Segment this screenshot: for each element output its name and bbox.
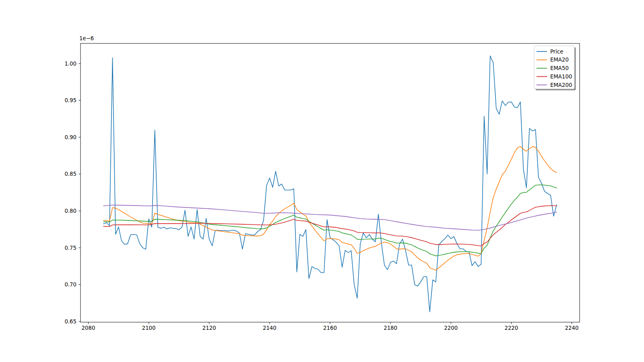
x-tick-label: 2100 <box>142 325 156 331</box>
y-axis-offset-label: 1e−6 <box>79 35 94 41</box>
x-tick-label: 2140 <box>263 325 277 331</box>
series-lines <box>103 56 557 312</box>
legend-label-ema200: EMA200 <box>550 82 572 88</box>
ema20-line <box>103 146 557 270</box>
matplotlib-figure: 208021002120214021602180220022202240 0.6… <box>0 0 644 362</box>
y-tick-label: 0.90 <box>64 134 76 140</box>
x-tick-label: 2180 <box>384 325 397 331</box>
y-tick-label: 1.00 <box>64 61 76 67</box>
y-tick-label: 0.75 <box>64 245 76 251</box>
x-tick-label: 2240 <box>565 325 579 331</box>
legend-label-ema100: EMA100 <box>550 74 572 80</box>
legend-label-ema20: EMA20 <box>550 57 569 63</box>
y-tick-label: 0.65 <box>64 319 76 325</box>
x-tick-label: 2160 <box>323 325 337 331</box>
x-tick-label: 2120 <box>202 325 216 331</box>
legend-label-ema50: EMA50 <box>550 65 569 71</box>
axes <box>80 43 580 322</box>
price-ema-line-chart: 208021002120214021602180220022202240 0.6… <box>0 0 644 362</box>
ema100-line <box>103 206 557 246</box>
legend-label-price: Price <box>550 49 563 55</box>
ema200-line <box>103 205 557 230</box>
x-tick-label: 2080 <box>82 325 95 331</box>
y-tick-label: 0.85 <box>64 171 76 177</box>
y-axis-ticks: 0.650.700.750.800.850.900.951.00 <box>64 61 80 325</box>
price-line <box>103 56 557 312</box>
y-tick-label: 0.80 <box>64 208 76 214</box>
x-tick-label: 2200 <box>444 325 458 331</box>
plot-border <box>80 43 580 322</box>
x-tick-label: 2220 <box>504 325 518 331</box>
x-axis-ticks: 208021002120214021602180220022202240 <box>82 322 579 331</box>
y-tick-label: 0.95 <box>64 97 76 103</box>
legend: PriceEMA20EMA50EMA100EMA200 <box>534 46 576 90</box>
y-tick-label: 0.70 <box>64 282 76 288</box>
